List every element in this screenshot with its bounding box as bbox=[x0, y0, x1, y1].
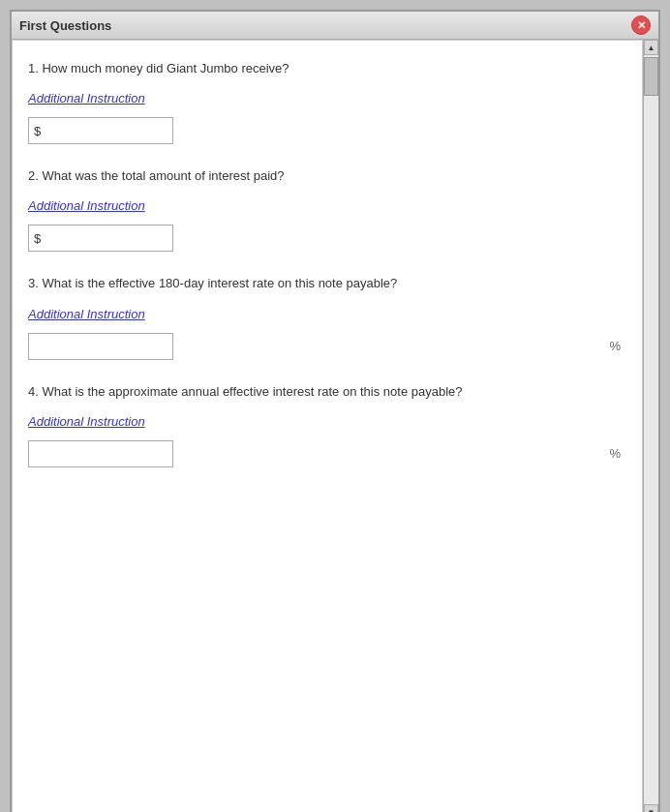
question-text-1: 1. How much money did Giant Jumbo receiv… bbox=[28, 60, 626, 77]
question-text-2: 2. What was the total amount of interest… bbox=[28, 167, 626, 185]
window-body: 1. How much money did Giant Jumbo receiv… bbox=[12, 40, 658, 812]
close-button[interactable]: ✕ bbox=[631, 15, 651, 35]
answer-input-1[interactable] bbox=[28, 117, 173, 144]
main-window: First Questions ✕ 1. How much money did … bbox=[10, 10, 660, 812]
percent-suffix-4: % bbox=[609, 446, 621, 461]
title-bar: First Questions ✕ bbox=[12, 12, 658, 40]
scrollbar-down-arrow[interactable]: ▼ bbox=[644, 804, 658, 812]
additional-instruction-link-1[interactable]: Additional Instruction bbox=[28, 91, 145, 105]
question-block-4: 4. What is the approximate annual effect… bbox=[28, 383, 626, 467]
question-block-3: 3. What is the effective 180-day interes… bbox=[28, 275, 626, 359]
window-title: First Questions bbox=[19, 18, 111, 33]
answer-input-4[interactable] bbox=[28, 440, 173, 467]
answer-input-2[interactable] bbox=[28, 225, 173, 252]
scrollbar: ▲ ▼ bbox=[643, 40, 658, 812]
scrollbar-thumb[interactable] bbox=[644, 57, 658, 96]
additional-instruction-link-2[interactable]: Additional Instruction bbox=[28, 198, 145, 213]
question-text-3: 3. What is the effective 180-day interes… bbox=[28, 275, 626, 292]
question-block-1: 1. How much money did Giant Jumbo receiv… bbox=[28, 60, 626, 144]
input-wrapper-3: % bbox=[28, 333, 626, 360]
percent-suffix-3: % bbox=[609, 339, 621, 353]
question-block-2: 2. What was the total amount of interest… bbox=[28, 167, 626, 252]
question-text-4: 4. What is the approximate annual effect… bbox=[28, 383, 626, 401]
input-wrapper-1: $ bbox=[28, 117, 626, 144]
scrollbar-up-arrow[interactable]: ▲ bbox=[644, 40, 658, 55]
additional-instruction-link-4[interactable]: Additional Instruction bbox=[28, 414, 145, 429]
answer-input-3[interactable] bbox=[28, 333, 173, 360]
content-area: 1. How much money did Giant Jumbo receiv… bbox=[12, 40, 643, 812]
additional-instruction-link-3[interactable]: Additional Instruction bbox=[28, 307, 145, 321]
input-wrapper-4: % bbox=[28, 440, 626, 467]
input-wrapper-2: $ bbox=[28, 225, 626, 252]
